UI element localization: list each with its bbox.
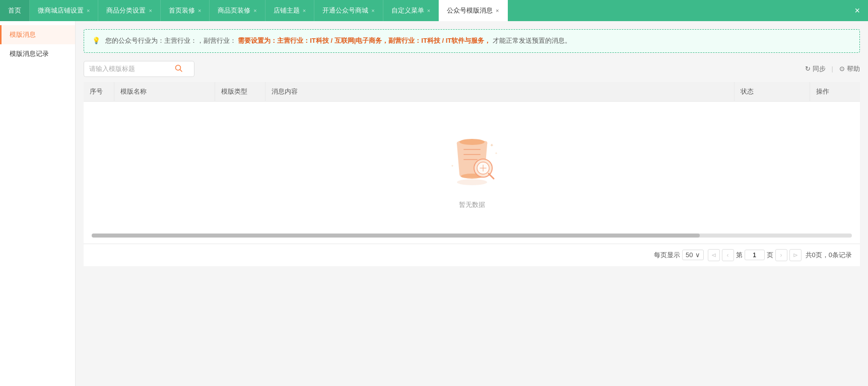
close-icon[interactable]: ×	[427, 8, 430, 14]
search-button[interactable]	[175, 64, 182, 73]
notice-highlight: 需要设置为：主营行业：IT科技 / 互联网|电子商务，副营行业：IT科技 / I…	[238, 37, 491, 44]
toolbar-right: ↻ 同步 | ⊙ 帮助	[805, 64, 860, 73]
main-layout: 模版消息 模版消息记录 💡 您的公众号行业为：主营行业：，副营行业： 需要设置为…	[0, 21, 868, 386]
search-input-wrap	[84, 61, 194, 77]
sidebar-item-template-msg-records[interactable]: 模版消息记录	[0, 44, 75, 63]
notice-suffix: 才能正常发送预置的消息。	[493, 37, 571, 44]
sidebar-item-template-msg-label: 模版消息	[10, 31, 36, 38]
page-size-chevron-icon: ∨	[695, 251, 700, 259]
col-header-action: 操作	[810, 82, 860, 102]
help-label: 帮助	[847, 64, 860, 73]
close-icon[interactable]: ×	[303, 8, 306, 14]
page-size-value: 50	[686, 251, 693, 259]
close-icon[interactable]: ×	[87, 8, 90, 14]
nav-tab-category-label: 商品分类设置	[106, 6, 146, 15]
table-wrapper: 序号 模版名称 模版类型 消息内容 状态 操作	[84, 82, 860, 266]
first-page-button[interactable]: ⊲	[708, 249, 720, 261]
table-footer: 每页显示 50 ∨ ⊲ ‹ 第 页 › ⊳ 共0页，0条记录	[84, 244, 860, 266]
data-table: 序号 模版名称 模版类型 消息内容 状态 操作	[84, 82, 860, 102]
sync-label: 同步	[813, 64, 826, 73]
help-button[interactable]: ⊙ 帮助	[839, 64, 860, 73]
col-header-status: 状态	[734, 82, 810, 102]
nav-tab-home-decor[interactable]: 首页装修 ×	[161, 0, 210, 21]
col-header-seq: 序号	[84, 82, 114, 102]
search-input[interactable]	[89, 65, 175, 72]
nav-tab-shop-settings-label: 微商城店铺设置	[38, 6, 84, 15]
search-bar: ↻ 同步 | ⊙ 帮助	[84, 61, 860, 77]
nav-tab-home[interactable]: 首页	[0, 0, 30, 21]
page-navigation: ⊲ ‹ 第 页 › ⊳	[708, 249, 802, 261]
col-header-content: 消息内容	[265, 82, 734, 102]
sidebar: 模版消息 模版消息记录	[0, 21, 76, 386]
next-page-button[interactable]: ›	[775, 249, 787, 261]
svg-text:✦: ✦	[495, 151, 498, 155]
svg-text:✦: ✦	[451, 164, 454, 168]
nav-tab-home-label: 首页	[8, 6, 21, 15]
pagination-summary: 共0页，0条记录	[806, 251, 852, 260]
scrollbar-area	[84, 234, 860, 244]
notice-icon: 💡	[92, 37, 100, 44]
top-nav: 首页 微商城店铺设置 × 商品分类设置 × 首页装修 × 商品页装修 × 店铺主…	[0, 0, 868, 21]
empty-illustration: ✦ ✦ ✦	[442, 132, 502, 192]
current-page-input[interactable]	[745, 250, 765, 260]
sidebar-item-template-msg[interactable]: 模版消息	[0, 25, 75, 44]
close-icon[interactable]: ×	[371, 8, 374, 14]
nav-tab-template-msg-label: 公众号模版消息	[447, 6, 493, 15]
nav-tab-menu-label: 自定义菜单	[391, 6, 424, 15]
page-size-label: 每页显示	[654, 251, 680, 260]
col-header-name: 模版名称	[114, 82, 215, 102]
notice-prefix: 您的公众号行业为：主营行业：，副营行业：	[105, 37, 236, 44]
toolbar-divider: |	[832, 65, 833, 72]
svg-line-1	[180, 69, 182, 71]
help-icon: ⊙	[839, 65, 845, 72]
nav-tab-mall-label: 开通公众号商城	[322, 6, 368, 15]
page-di-label: 第	[736, 251, 743, 260]
svg-line-10	[489, 174, 494, 179]
notice-box: 💡 您的公众号行业为：主营行业：，副营行业： 需要设置为：主营行业：IT科技 /…	[84, 29, 860, 53]
nav-tab-home-decor-label: 首页装修	[169, 6, 195, 15]
nav-tab-menu[interactable]: 自定义菜单 ×	[383, 0, 439, 21]
sync-icon: ↻	[805, 65, 811, 72]
prev-page-button[interactable]: ‹	[722, 249, 734, 261]
page-size-selector: 每页显示 50 ∨	[654, 250, 703, 260]
svg-point-2	[457, 179, 487, 185]
empty-state: ✦ ✦ ✦ 暂无数据	[84, 102, 860, 229]
scrollbar-thumb[interactable]	[92, 234, 700, 238]
nav-tab-category[interactable]: 商品分类设置 ×	[98, 0, 160, 21]
sidebar-item-template-msg-records-label: 模版消息记录	[10, 50, 49, 57]
nav-tab-product-decor-label: 商品页装修	[218, 6, 250, 15]
close-icon[interactable]: ×	[198, 8, 201, 14]
page-size-select-box[interactable]: 50 ∨	[682, 250, 703, 260]
content-area: 💡 您的公众号行业为：主营行业：，副营行业： 需要设置为：主营行业：IT科技 /…	[76, 21, 868, 386]
svg-point-3	[459, 139, 485, 145]
nav-tab-theme[interactable]: 店铺主题 ×	[265, 0, 314, 21]
svg-text:✦: ✦	[490, 142, 494, 148]
scrollbar-track[interactable]	[92, 234, 852, 238]
close-icon[interactable]: ×	[253, 8, 256, 14]
col-header-type: 模版类型	[215, 82, 265, 102]
last-page-button[interactable]: ⊳	[789, 249, 802, 261]
nav-tab-shop-settings[interactable]: 微商城店铺设置 ×	[30, 0, 98, 21]
close-icon[interactable]: ×	[149, 8, 152, 14]
page-unit-label: 页	[767, 251, 773, 260]
nav-tab-theme-label: 店铺主题	[274, 6, 300, 15]
close-icon[interactable]: ×	[496, 8, 499, 14]
nav-tab-product-decor[interactable]: 商品页装修 ×	[210, 0, 265, 21]
table-header: 序号 模版名称 模版类型 消息内容 状态 操作	[84, 82, 860, 102]
empty-text: 暂无数据	[459, 200, 485, 209]
nav-tab-mall[interactable]: 开通公众号商城 ×	[314, 0, 383, 21]
nav-tab-template-msg[interactable]: 公众号模版消息 ×	[439, 0, 507, 21]
sync-button[interactable]: ↻ 同步	[805, 64, 826, 73]
close-all-tabs-button[interactable]: ×	[846, 6, 868, 16]
